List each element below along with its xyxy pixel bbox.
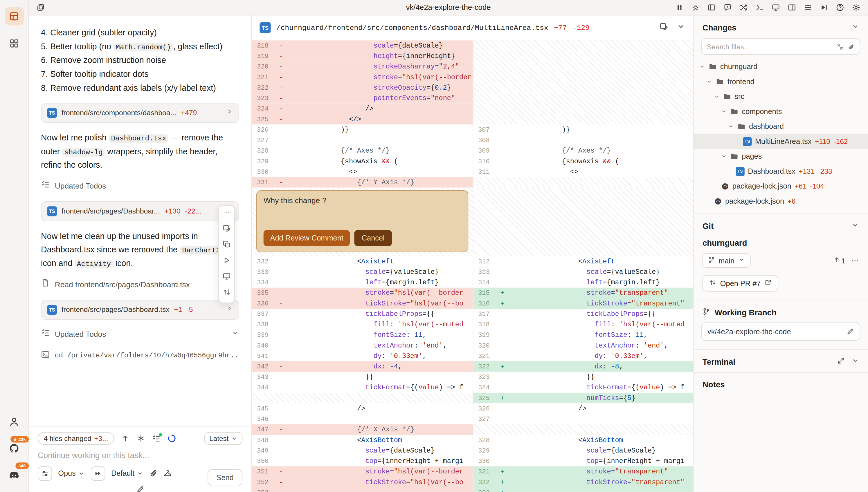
rail-projects-button[interactable] [5,34,24,52]
tree-folder-src[interactable]: src [694,89,868,104]
rail-discord-button[interactable]: 346 [6,466,22,483]
tree-file-package-lock.json[interactable]: {}package-lock.json+6 [694,194,868,208]
chevron-down-icon[interactable] [851,357,859,366]
model-dropdown[interactable]: Opus [57,467,86,479]
diff-line[interactable]: 328 {/* Axes */} [252,146,473,156]
diff-line[interactable]: 322- strokeOpacity={0.2} [252,82,473,93]
add-review-comment-button[interactable]: Add Review Comment [264,230,350,246]
cancel-button[interactable]: Cancel [354,230,392,246]
tree-folder-churnguard[interactable]: churnguard [694,59,868,74]
hanger-icon[interactable] [163,469,172,478]
diff-line[interactable]: 327 [473,414,693,424]
tree-folder-dashboard[interactable]: dashboard [694,119,868,134]
diff-line[interactable]: 349 scale={dateScale} [252,445,473,456]
diff-line[interactable]: 338 fill: 'hsl(var(--muted [252,319,473,329]
mode-dropdown[interactable]: Default [110,467,144,479]
file-change-chip[interactable]: TSfrontend/src/pages/Dashboard.tsx+1-5 [41,300,239,320]
diff-line[interactable]: 333 scale={valueScale} [252,267,473,277]
ahead-count[interactable]: 1 [833,256,845,265]
diff-line[interactable]: 317 tickLabelProps={{ [473,309,693,319]
diff-line[interactable]: 351- stroke="hsl(var(--border [252,466,473,477]
chevron-down-icon[interactable] [676,22,685,33]
diff-line[interactable]: 324- /> [252,103,473,114]
diff-line[interactable]: 331- {/* Y Axis */} [252,177,473,188]
annotate-icon[interactable] [659,22,668,33]
play-icon[interactable] [222,256,231,267]
help-icon[interactable] [836,3,844,11]
diff-line[interactable]: 307 )} [473,124,693,135]
diff-line[interactable]: 329 scale={dateScale} [473,445,693,456]
diff-line[interactable]: 311 <> [473,167,693,177]
diff-line[interactable]: 313 scale={valueScale} [473,267,693,277]
diff-line[interactable]: 309 {/* Axes */} [473,146,693,156]
diff-line[interactable]: 350 top={innerHeight + margi [252,456,473,466]
chevron-down-icon[interactable] [851,221,859,230]
scroll-up-icon[interactable] [121,434,130,443]
diff-line[interactable]: 324 tickFormat={(value) => f [473,382,693,393]
diff-line[interactable]: 330 top={innerHeight + margi [473,456,693,466]
rail-github-button[interactable]: ★ 22k [6,440,22,456]
diff-line[interactable]: 352- tickStroke="hsl(var(--bo [252,477,473,487]
shuffle-icon[interactable] [740,3,748,11]
diff-line[interactable]: 310 {showAxis && ( [473,156,693,167]
diff-line[interactable]: 345 /> [252,403,473,414]
comment-input[interactable]: Why this change ? [264,196,461,205]
diff-line[interactable]: 315+ stroke="transparent" [473,288,693,298]
diff-line[interactable]: 322+ dx: -8, [473,361,693,372]
collapse-up-icon[interactable] [691,3,700,11]
diff-line[interactable]: 347- {/* X Axis */} [252,424,473,435]
monitor-icon[interactable] [772,3,780,11]
file-change-chip[interactable]: TSfrontend/src/components/dashboa...+479 [41,103,239,123]
diff-line[interactable]: 337 tickLabelProps={{ [252,309,473,319]
diff-line[interactable]: 323- pointerEvents="none" [252,93,473,103]
diff-line[interactable]: 320 textAnchor: 'end', [473,340,693,351]
tool-row[interactable]: Read frontend/src/pages/Dashboard.tsx [41,278,239,291]
diff-line[interactable]: 331+ stroke="transparent" [473,466,693,477]
annotate-icon[interactable] [222,224,231,235]
tool-row[interactable]: Updated Todos [41,180,239,193]
diff-line[interactable]: 339 fontSize: 11, [252,330,473,340]
collapse-tree-icon[interactable] [836,43,844,50]
pencil-icon[interactable] [846,327,854,335]
tree-folder-frontend[interactable]: frontend [694,74,868,89]
diff-line[interactable]: 332+ tickStroke="transparent" [473,477,693,487]
tree-file-Dashboard.tsx[interactable]: TSDashboard.tsx+131-233 [694,164,868,178]
diff-line[interactable]: 316+ tickStroke="transparent" [473,298,693,309]
drag-handle-icon[interactable] [223,208,230,218]
diff-line[interactable]: 336- tickStroke="hsl(var(--bo [252,298,473,309]
diff-line[interactable]: 321- stroke="hsl(var(--border [252,72,473,82]
branch-selector[interactable]: main [703,253,751,268]
tool-row[interactable]: Updated Todos [41,328,239,341]
diff-line[interactable]: 320- strokeDasharray="2,4" [252,62,473,72]
tree-folder-pages[interactable]: pages [694,149,868,164]
menu-icon[interactable] [804,3,812,11]
diff-line[interactable]: 334 left={margin.left} [252,277,473,288]
diff-line[interactable]: 308 [473,135,693,145]
diff-line[interactable]: 341 dy: '0.33em', [252,351,473,361]
diff-line[interactable]: 343 }} [252,372,473,382]
diff-line[interactable]: 325- </> [252,114,473,124]
fast-forward-button[interactable] [91,466,105,481]
tree-folder-components[interactable]: components [694,104,868,119]
diff-line[interactable]: 314 left={margin.left} [473,277,693,288]
swap-icon[interactable] [222,288,231,298]
diff-line[interactable]: 318- scale={dateScale} [252,40,473,51]
next-icon[interactable] [820,3,828,11]
diff-line[interactable]: 326 /> [473,403,693,414]
diff-line[interactable]: 335- stroke="hsl(var(--border [252,288,473,298]
diff-line[interactable]: 333+ [473,487,693,492]
terminal-prompt-icon[interactable] [756,3,764,11]
tree-file-package-lock.json[interactable]: {}package-lock.json+61-104 [694,179,868,194]
bird-icon[interactable] [847,43,855,50]
rail-account-button[interactable] [6,413,22,429]
asterisk-icon[interactable] [137,434,145,443]
diff-line[interactable]: 329 {showAxis && ( [252,156,473,167]
diff-line[interactable]: 323 }} [473,372,693,382]
panel-left-icon[interactable] [707,3,716,11]
chevron-down-icon[interactable] [851,23,859,32]
diff-line[interactable]: 353- [252,487,473,492]
chat-input[interactable] [29,449,251,464]
windows-icon[interactable] [37,3,45,11]
pause-icon[interactable] [675,3,684,11]
open-pr-button[interactable]: Open PR #7 [703,275,779,292]
